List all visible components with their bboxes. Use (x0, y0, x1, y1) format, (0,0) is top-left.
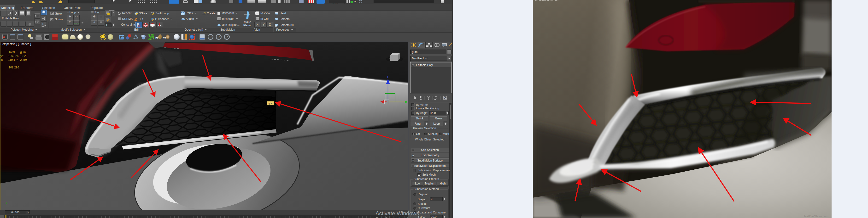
svg-text:gum: gum (20, 50, 26, 54)
svg-text:30: 30 (275, 25, 277, 27)
svg-text:gum: gum (269, 102, 273, 105)
svg-text:119,174: 119,174 (8, 58, 19, 62)
svg-text:106,824: 106,824 (8, 54, 19, 58)
svg-text:ts:: ts: (0, 58, 4, 62)
svg-text:Perspective ] [ Shaded ]: Perspective ] [ Shaded ] (0, 42, 31, 46)
svg-text:NetCarShow.com: NetCarShow.com (804, 214, 829, 218)
svg-text:Total: Total (9, 50, 14, 54)
svg-text:NetCarShow.com: NetCarShow.com (535, 0, 559, 2)
svg-text:z: z (387, 75, 388, 78)
svg-text:2,496: 2,496 (20, 58, 27, 62)
svg-text:108.296: 108.296 (9, 66, 19, 69)
svg-text:y: y (6, 201, 8, 204)
svg-text:1,822: 1,822 (20, 54, 27, 58)
svg-text:ys:: ys: (0, 54, 4, 58)
svg-text::: : (0, 66, 1, 69)
